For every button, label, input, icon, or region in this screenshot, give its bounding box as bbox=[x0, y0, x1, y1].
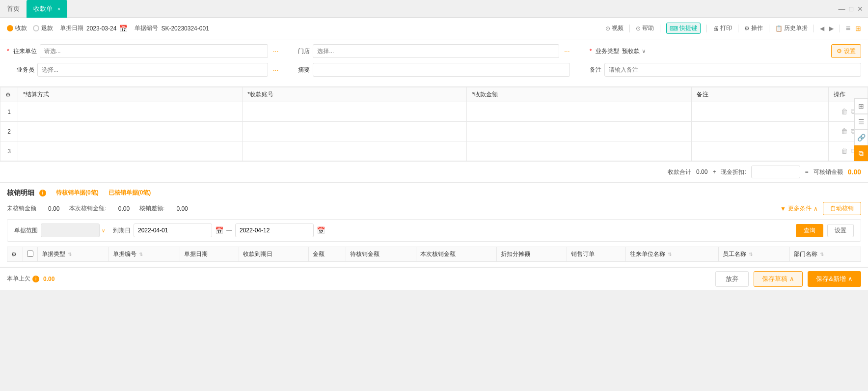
bottom-gear-header[interactable]: ⚙ bbox=[7, 247, 23, 262]
col-date-header: 单据日期 bbox=[180, 247, 239, 262]
right-panel-item-4[interactable]: ⧉ bbox=[854, 145, 868, 161]
col-current-header: 本次核销金额 bbox=[416, 247, 497, 262]
bottom-check-header[interactable] bbox=[23, 247, 38, 262]
history-btn[interactable]: 📋 历史单据 bbox=[775, 24, 808, 32]
cal-from-icon[interactable]: 📅 bbox=[215, 226, 223, 234]
range-chevron: ∨ bbox=[102, 228, 105, 233]
row-1-settlement[interactable] bbox=[18, 102, 243, 122]
table-row: 2 🗑 ⧉ bbox=[0, 122, 868, 141]
row-3-account[interactable] bbox=[243, 141, 467, 161]
tab-done[interactable]: 已核销单据(0笔) bbox=[104, 188, 156, 198]
uncancelled-value: 0.00 bbox=[48, 205, 59, 212]
auto-verify-btn[interactable]: 自动核销 bbox=[823, 202, 861, 215]
business-type-value: 预收款 bbox=[622, 47, 640, 56]
select-all-checkbox[interactable] bbox=[27, 251, 33, 257]
verify-tabs: 待核销单据(0笔) 已核销单据(0笔) bbox=[51, 188, 156, 198]
divider3 bbox=[706, 25, 707, 32]
row-2-settlement[interactable] bbox=[18, 122, 243, 141]
row-2-delete-icon[interactable]: 🗑 bbox=[841, 127, 848, 136]
radio-dot-receive bbox=[7, 25, 13, 31]
bottom-settings-btn[interactable]: 设置 bbox=[827, 224, 854, 237]
staff-more-btn[interactable]: ··· bbox=[273, 66, 279, 74]
radio-refund[interactable]: 退款 bbox=[33, 24, 53, 32]
row-3-settlement[interactable] bbox=[18, 141, 243, 161]
range-select[interactable] bbox=[41, 223, 100, 237]
print-btn[interactable]: 🖨 打印 bbox=[713, 24, 732, 32]
footer: 本单上欠 i 0.00 放弃 保存草稿 ∧ 保存&新增 ∧ bbox=[0, 267, 868, 290]
date-from-input[interactable] bbox=[134, 223, 212, 237]
counterpart-input[interactable] bbox=[40, 44, 268, 58]
verify-info-icon[interactable]: i bbox=[39, 190, 46, 196]
stats-row: 未核销金额 0.00 本次核销金额: 0.00 核销差额: 0.00 ▼ 更多条… bbox=[7, 202, 861, 215]
store-input[interactable] bbox=[313, 44, 559, 58]
col-pending-header: 待核销金额 bbox=[346, 247, 416, 262]
footer-left: 本单上欠 i 0.00 bbox=[7, 275, 54, 283]
nav-right-icon[interactable]: ▶ bbox=[829, 25, 834, 32]
col-notes-header: 备注 bbox=[691, 87, 828, 102]
row-2-account[interactable] bbox=[243, 122, 467, 141]
staff-input[interactable] bbox=[37, 63, 268, 77]
row-1-amount[interactable] bbox=[467, 102, 691, 122]
more-conditions-btn[interactable]: ▼ 更多条件 ∧ bbox=[780, 204, 818, 213]
row-3-amount[interactable] bbox=[467, 141, 691, 161]
right-panel-item-1[interactable]: ⊞ bbox=[854, 98, 868, 114]
date-range-field: 到期日 📅 — 📅 bbox=[113, 223, 325, 237]
video-btn[interactable]: ⊙ 视频 bbox=[605, 24, 624, 32]
save-draft-btn[interactable]: 保存草稿 ∧ bbox=[754, 271, 803, 287]
col-number-header: 单据编号 ⇅ bbox=[108, 247, 180, 262]
maximize-btn[interactable]: □ bbox=[849, 5, 853, 13]
row-2-notes[interactable] bbox=[691, 122, 828, 141]
query-btn[interactable]: 查询 bbox=[796, 224, 823, 237]
tab-receipt[interactable]: 收款单 × bbox=[27, 0, 67, 18]
counterpart-more-btn[interactable]: ··· bbox=[273, 47, 279, 55]
verify-title: 核销明细 i 待核销单据(0笔) 已核销单据(0笔) bbox=[7, 188, 861, 198]
summary-input[interactable] bbox=[313, 63, 570, 77]
table-settings-header[interactable]: ⚙ bbox=[0, 87, 18, 102]
nav-left-icon[interactable]: ◀ bbox=[820, 25, 824, 32]
table-section: ⚙ *结算方式 *收款账号 *收款金额 备注 操作 bbox=[0, 87, 868, 162]
abandon-btn[interactable]: 放弃 bbox=[715, 271, 749, 287]
date-to-input[interactable] bbox=[235, 223, 314, 237]
form-area: * 往来单位 ··· 门店 ··· * 业务类型 预收款 ∨ ⚙ 设置 bbox=[0, 39, 868, 87]
calendar-icon[interactable]: 📅 bbox=[119, 25, 128, 32]
tab-close-icon[interactable]: × bbox=[57, 6, 60, 12]
discount-input[interactable] bbox=[751, 166, 800, 178]
form-settings-btn[interactable]: ⚙ 设置 bbox=[831, 44, 861, 58]
col-type-header: 单据类型 ⇅ bbox=[38, 247, 109, 262]
number-field: 单据编号 SK-20230324-001 bbox=[135, 24, 209, 32]
row-3-notes[interactable] bbox=[691, 141, 828, 161]
save-new-btn[interactable]: 保存&新增 ∧ bbox=[808, 271, 861, 287]
info-icon-footer[interactable]: i bbox=[32, 276, 39, 282]
row-1-account[interactable] bbox=[243, 102, 467, 122]
row-2-num: 2 bbox=[0, 122, 18, 141]
date-value[interactable]: 2023-03-24 bbox=[86, 25, 116, 32]
row-1-notes[interactable] bbox=[691, 102, 828, 122]
minimize-btn[interactable]: — bbox=[839, 5, 845, 13]
col-counterpart-header: 往来单位名称 ⇅ bbox=[625, 247, 718, 262]
help-btn[interactable]: ⊙ 帮助 bbox=[636, 24, 654, 32]
row-2-amount[interactable] bbox=[467, 122, 691, 141]
row-3-delete-icon[interactable]: 🗑 bbox=[841, 147, 848, 155]
notes-input[interactable] bbox=[604, 63, 861, 77]
store-more-btn[interactable]: ··· bbox=[564, 47, 570, 55]
grid-icon[interactable]: ⊞ bbox=[855, 25, 861, 32]
current-value: 0.00 bbox=[118, 205, 130, 212]
form-row-1: * 往来单位 ··· 门店 ··· * 业务类型 预收款 ∨ ⚙ 设置 bbox=[7, 44, 861, 58]
radio-receive[interactable]: 收款 bbox=[7, 24, 27, 32]
this-order-value: 0.00 bbox=[43, 276, 54, 282]
tab-pending[interactable]: 待核销单据(0笔) bbox=[51, 188, 104, 198]
date-field: 单据日期 2023-03-24 📅 bbox=[60, 24, 128, 32]
row-1-delete-icon[interactable]: 🗑 bbox=[841, 108, 848, 116]
operations-btn[interactable]: ⚙ 操作 bbox=[744, 24, 763, 32]
cal-to-icon[interactable]: 📅 bbox=[317, 226, 325, 234]
staff-field: 业务员 ··· bbox=[7, 63, 278, 77]
business-type-chevron[interactable]: ∨ bbox=[642, 48, 646, 55]
close-btn[interactable]: ✕ bbox=[857, 5, 863, 13]
radio-group: 收款 退款 bbox=[7, 24, 53, 32]
divider5 bbox=[769, 25, 769, 32]
right-panel-item-2[interactable]: ☰ bbox=[854, 114, 868, 130]
list-icon[interactable]: ≡ bbox=[846, 24, 850, 33]
shortcut-btn[interactable]: ⌨ 快捷键 bbox=[666, 23, 701, 34]
right-panel-item-3[interactable]: 🔗 bbox=[854, 130, 868, 145]
tab-home[interactable]: 首页 bbox=[0, 0, 27, 18]
